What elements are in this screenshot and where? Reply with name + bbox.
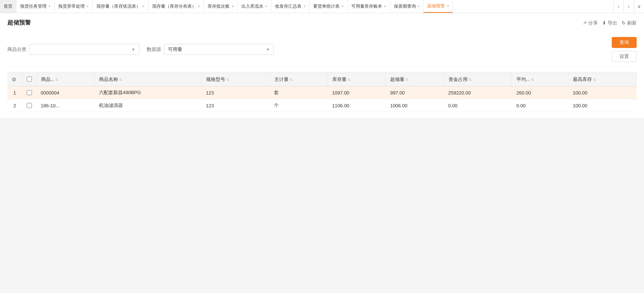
refresh-icon: ↻ [622,20,626,26]
category-arrow-icon: ▼ [131,47,135,52]
col-product-name-header[interactable]: 商品名称 ⇅ [95,73,202,86]
sort-icon-code: ⇅ [55,78,58,82]
col-spec-label: 规格型号 [206,76,225,83]
sort-icon-maxstock: ⇅ [593,78,596,82]
col-stock-label: 库存量 [332,76,347,83]
tab-close-9[interactable]: × [418,4,420,8]
tab-close-1[interactable]: × [87,4,89,8]
maxstock-2: 100.00 [568,99,637,112]
datasource-select[interactable]: 可用量 ▼ [164,44,274,55]
tab-label-7: 要货单统计表 [313,3,340,10]
row-checkbox-1[interactable] [27,90,32,95]
col-overstock-header[interactable]: 超储量 ⇅ [386,73,444,86]
refresh-label: 刷新 [627,20,637,26]
tab-close-6[interactable]: × [303,4,305,8]
col-capital-header[interactable]: 资金占用 ⇅ [444,73,512,86]
share-button[interactable]: ↗ 分享 [583,20,598,26]
col-unit-label: 主计量 [274,76,289,83]
data-table: ⚙ 商品... ⇅ 商品名称 ⇅ [7,73,637,112]
col-avg-header[interactable]: 平均... ⇅ [512,73,568,86]
nav-arrow-right[interactable]: › [623,0,634,13]
overstock-1: 997.00 [386,86,444,99]
col-stock-header[interactable]: 库存量 ⇅ [328,73,386,86]
unit-1: 套 [270,86,328,99]
product-name-1: 六配套新昌490BPG [95,86,202,99]
refresh-button[interactable]: ↻ 刷新 [622,20,637,26]
tab-close-5[interactable]: × [265,4,267,8]
category-filter-item: 商品分类 ▼ [7,44,139,55]
nav-tab-6[interactable]: 收发存汇总表 × [271,0,310,13]
query-button[interactable]: 查询 [612,37,637,48]
maxstock-1: 100.00 [568,86,637,99]
nav-tab-7[interactable]: 要货单统计表 × [310,0,348,13]
share-icon: ↗ [583,20,587,26]
category-label: 商品分类 [7,46,26,53]
col-gear-header[interactable]: ⚙ [7,73,22,86]
tab-close-7[interactable]: × [341,4,344,8]
datasource-filter-item: 数据源 可用量 ▼ [147,44,274,55]
col-product-code-header[interactable]: 商品... ⇅ [36,73,95,86]
tab-close-3[interactable]: × [198,4,200,8]
nav-tab-1[interactable]: 拣货异常处理 × [55,0,93,13]
col-unit-header[interactable]: 主计量 ⇅ [270,73,328,86]
tab-label-5: 出入库流水 [241,3,263,10]
nav-tab-10[interactable]: 超储预警 × [424,0,453,13]
nav-arrows: ‹ › ∨ [613,0,644,13]
export-icon: ⬇ [602,20,606,26]
tab-label-0: 拣货任务管理 [20,3,47,10]
tab-close-0[interactable]: × [48,4,51,8]
capital-2: 0.00 [444,99,512,112]
avg-2: 0.00 [512,99,568,112]
nav-tab-5[interactable]: 出入库流水 × [238,0,271,13]
tab-close-2[interactable]: × [142,4,144,8]
tab-close-10[interactable]: × [447,4,449,8]
nav-bar: 首页 拣货任务管理 × 拣货异常处理 × 现存量（库存状况表） × 现存量（库存… [0,0,644,13]
spec-2: 123 [202,99,270,112]
nav-tab-8[interactable]: 可用量库存账本 × [348,0,390,13]
datasource-label: 数据源 [147,46,161,53]
tab-close-8[interactable]: × [384,4,386,8]
unit-2: 个 [270,99,328,112]
nav-tab-2[interactable]: 现存量（库存状况表） × [93,0,149,13]
table-header-row: ⚙ 商品... ⇅ 商品名称 ⇅ [7,73,637,86]
nav-home[interactable]: 首页 [0,0,17,13]
row-check-2[interactable] [22,99,36,112]
datasource-value: 可用量 [168,46,182,53]
settings-button[interactable]: 设置 [612,51,637,62]
col-product-name-label: 商品名称 [99,76,118,83]
tab-close-4[interactable]: × [231,4,234,8]
tab-label-1: 拣货异常处理 [58,3,85,10]
select-all-checkbox[interactable] [27,77,32,82]
tab-label-3: 现存量（库存分布表） [152,3,196,10]
row-checkbox-2[interactable] [27,103,32,108]
action-buttons: 查询 设置 [612,37,637,62]
tab-label-6: 收发存汇总表 [275,3,301,10]
nav-tab-3[interactable]: 现存量（库存分布表） × [149,0,204,13]
export-button[interactable]: ⬇ 导出 [602,20,617,26]
gear-icon[interactable]: ⚙ [12,77,17,82]
nav-arrow-more[interactable]: ∨ [634,0,644,13]
home-label: 首页 [4,3,12,10]
export-label: 导出 [608,20,617,26]
overstock-2: 1006.00 [386,99,444,112]
nav-tab-4[interactable]: 库存批次账 × [204,0,238,13]
capital-1: 259220.00 [444,86,512,99]
category-select[interactable]: ▼ [29,44,139,55]
nav-tab-9[interactable]: 保质期查询 × [390,0,424,13]
tab-label-10: 超储预警 [427,3,445,9]
nav-arrow-left[interactable]: ‹ [613,0,623,13]
nav-tab-0[interactable]: 拣货任务管理 × [17,0,55,13]
spec-1: 123 [202,86,270,99]
col-check-header[interactable] [22,73,36,86]
row-check-1[interactable] [22,86,36,99]
page-content: 超储预警 ↗ 分享 ⬇ 导出 ↻ 刷新 商品分类 ▼ 数据源 [0,13,644,118]
row-num-2: 2 [7,99,22,112]
sort-icon-spec: ⇅ [226,78,229,82]
avg-1: 260.00 [512,86,568,99]
col-maxstock-header[interactable]: 最高库存 ⇅ [568,73,637,86]
sort-icon-overstock: ⇅ [406,78,409,82]
tab-label-4: 库存批次账 [208,3,230,10]
col-spec-header[interactable]: 规格型号 ⇅ [202,73,270,86]
row-num-1: 1 [7,86,22,99]
page-title-bar: 超储预警 ↗ 分享 ⬇ 导出 ↻ 刷新 [7,19,637,27]
